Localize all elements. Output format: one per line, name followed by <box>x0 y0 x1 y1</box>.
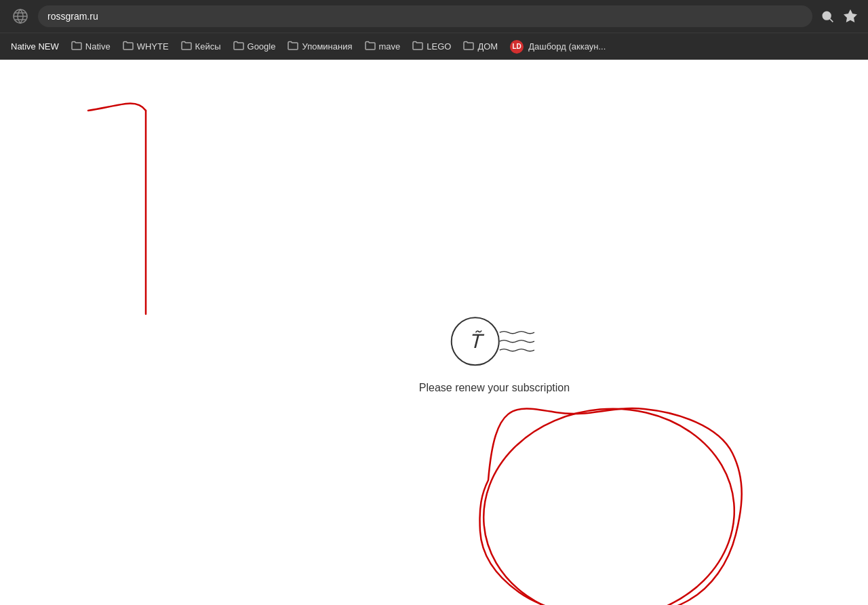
bookmark-native-new-label: Native NEW <box>11 41 59 52</box>
svg-point-4 <box>823 12 831 20</box>
bookmark-dom-label: ДОМ <box>477 41 498 52</box>
folder-icon-dom <box>463 41 474 52</box>
bookmark-google[interactable]: Google <box>228 38 281 55</box>
folder-icon-upominaniya <box>288 41 298 52</box>
bookmark-upominaniya[interactable]: Упоминания <box>282 38 357 55</box>
address-bar[interactable]: rossgram.ru <box>38 5 812 27</box>
bookmark-lego[interactable]: LEGO <box>407 38 456 55</box>
bookmark-mave-label: mave <box>379 41 401 52</box>
search-icon[interactable] <box>821 9 834 23</box>
star-icon[interactable] <box>844 9 857 23</box>
folder-icon-mave <box>365 41 376 52</box>
folder-icon-keysy <box>181 41 192 52</box>
subscription-message: Please renew your subscription <box>419 382 570 394</box>
tilda-waves <box>497 330 538 353</box>
svg-point-8 <box>475 398 743 605</box>
browser-actions <box>821 9 857 23</box>
wave-2 <box>497 338 538 344</box>
tilda-circle: T̃ <box>451 317 500 366</box>
folder-icon <box>71 41 82 52</box>
bookmark-dashbord[interactable]: LD Дашборд (аккаун... <box>505 37 611 56</box>
browser-logo <box>11 7 30 26</box>
bookmarks-bar: Native NEW Native WHYTE Кейсы <box>0 33 868 60</box>
svg-marker-6 <box>845 11 856 22</box>
bookmark-dom[interactable]: ДОМ <box>458 38 503 55</box>
wave-1 <box>497 330 538 335</box>
bookmark-lego-label: LEGO <box>427 41 451 52</box>
folder-icon-whyte <box>123 41 134 52</box>
bookmark-upominaniya-label: Упоминания <box>302 41 352 52</box>
subscription-widget: T̃ Please renew your subscription <box>419 317 570 394</box>
bookmark-native-new[interactable]: Native NEW <box>5 39 64 54</box>
bookmark-dashbord-label: Дашборд (аккаун... <box>528 41 606 52</box>
bookmark-native-label: Native <box>85 41 111 52</box>
svg-line-5 <box>830 19 833 22</box>
wave-3 <box>497 347 538 353</box>
url-text: rossgram.ru <box>47 11 98 22</box>
bookmark-google-label: Google <box>248 41 276 52</box>
browser-chrome: rossgram.ru <box>0 0 868 33</box>
bookmark-keysy[interactable]: Кейсы <box>176 38 226 55</box>
bookmark-whyte-label: WHYTE <box>137 41 169 52</box>
tilda-logo: T̃ <box>451 317 538 366</box>
bookmark-keysy-label: Кейсы <box>195 41 221 52</box>
folder-icon-lego <box>412 41 423 52</box>
bookmark-mave[interactable]: mave <box>359 38 406 55</box>
bookmark-whyte[interactable]: WHYTE <box>117 38 174 55</box>
avatar-badge: LD <box>510 40 524 54</box>
main-content: T̃ Please renew your subscription <box>0 60 868 605</box>
bookmark-native[interactable]: Native <box>66 38 116 55</box>
folder-icon-google <box>233 41 244 52</box>
tilda-t-letter: T̃ <box>469 330 481 353</box>
